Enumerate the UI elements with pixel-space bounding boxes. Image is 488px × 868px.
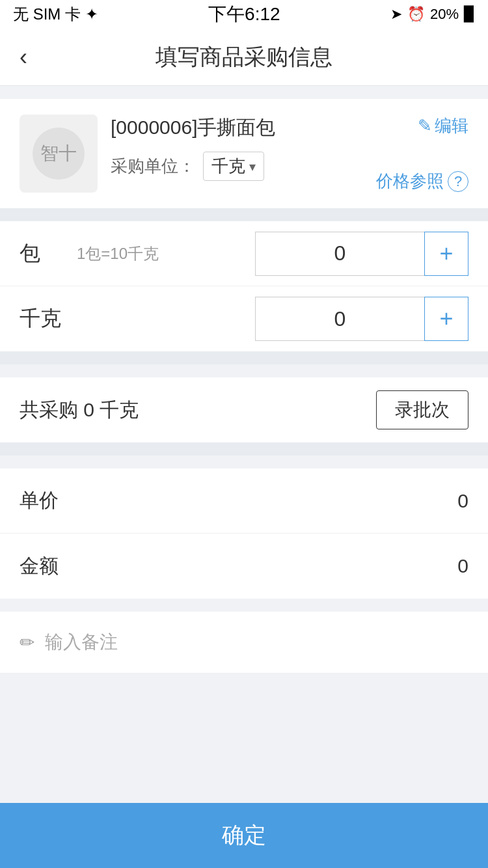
summary-section: 共采购 0 千克 录批次 — [0, 377, 488, 442]
unit-select[interactable]: 千克 ▾ — [203, 152, 264, 181]
summary-row: 共采购 0 千克 录批次 — [0, 377, 488, 442]
kg-label: 千克 — [20, 305, 72, 333]
product-logo: 智十 — [33, 128, 85, 180]
status-carrier: 无 SIM 卡 ✦ — [13, 4, 98, 25]
confirm-label: 确定 — [222, 821, 266, 850]
confirm-button[interactable]: 确定 — [0, 803, 488, 868]
kg-input-group: 0 + — [255, 297, 468, 341]
bag-input-row: 包 1包=10千克 0 + — [0, 221, 488, 286]
back-button[interactable]: ‹ — [20, 44, 27, 71]
amount-value: 0 — [457, 555, 468, 577]
product-title: 手撕面包 — [197, 116, 275, 138]
unit-label: 采购单位： — [111, 155, 195, 178]
price-ref-label: 价格参照 — [376, 170, 444, 193]
divider-3 — [0, 442, 488, 455]
notes-placeholder: 输入备注 — [45, 630, 118, 655]
nav-bar: ‹ 填写商品采购信息 — [0, 29, 488, 86]
unit-dropdown-arrow: ▾ — [249, 159, 256, 174]
bag-plus-button[interactable]: + — [424, 232, 468, 276]
unit-price-value: 0 — [457, 490, 468, 512]
main-content: 智十 [0000006]手撕面包 采购单位： 千克 ▾ ✎ 编辑 价格参照 ? — [0, 99, 488, 868]
battery-icon: ▉ — [464, 6, 475, 23]
bag-value: 0 — [334, 241, 346, 265]
alarm-icon: ⏰ — [407, 6, 425, 23]
edit-label: 编辑 — [435, 115, 468, 137]
bag-input-group: 0 + — [255, 232, 468, 276]
status-time: 下午6:12 — [208, 2, 280, 27]
edit-icon: ✎ — [418, 116, 432, 136]
status-indicators: ➤ ⏰ 20% ▉ — [390, 6, 475, 23]
amount-label: 金额 — [20, 553, 59, 580]
kg-input-row: 千克 0 + — [0, 286, 488, 351]
record-batch-button[interactable]: 录批次 — [376, 390, 468, 429]
product-card: 智十 [0000006]手撕面包 采购单位： 千克 ▾ ✎ 编辑 价格参照 ? — [0, 99, 488, 208]
product-image: 智十 — [20, 115, 98, 193]
edit-button[interactable]: ✎ 编辑 — [418, 115, 468, 137]
battery-percent: 20% — [430, 6, 459, 23]
unit-price-row: 单价 0 — [0, 468, 488, 534]
divider-2 — [0, 351, 488, 364]
product-name: [0000006]手撕面包 — [111, 115, 468, 141]
price-ref-button[interactable]: 价格参照 ? — [376, 170, 468, 193]
price-ref-help-icon: ? — [448, 171, 468, 192]
unit-value: 千克 — [211, 155, 245, 178]
divider-1 — [0, 208, 488, 221]
price-info-section: 单价 0 金额 0 — [0, 468, 488, 599]
pencil-icon: ✏ — [20, 632, 34, 653]
input-section: 包 1包=10千克 0 + 千克 0 + — [0, 221, 488, 351]
amount-row: 金额 0 — [0, 534, 488, 599]
status-bar: 无 SIM 卡 ✦ 下午6:12 ➤ ⏰ 20% ▉ — [0, 0, 488, 29]
summary-label: 共采购 0 千克 — [20, 397, 139, 424]
bag-input-field[interactable]: 0 — [255, 232, 424, 276]
bag-label: 包 — [20, 239, 72, 268]
kg-plus-button[interactable]: + — [424, 297, 468, 341]
product-code: [0000006] — [111, 116, 197, 138]
location-icon: ➤ — [390, 6, 402, 23]
page-title: 填写商品采购信息 — [156, 42, 332, 72]
kg-input-field[interactable]: 0 — [255, 297, 424, 341]
bag-sub-label: 1包=10千克 — [77, 243, 159, 264]
kg-value: 0 — [334, 307, 346, 331]
notes-section[interactable]: ✏ 输入备注 — [0, 612, 488, 673]
unit-price-label: 单价 — [20, 487, 59, 514]
logo-text: 智十 — [40, 141, 77, 166]
